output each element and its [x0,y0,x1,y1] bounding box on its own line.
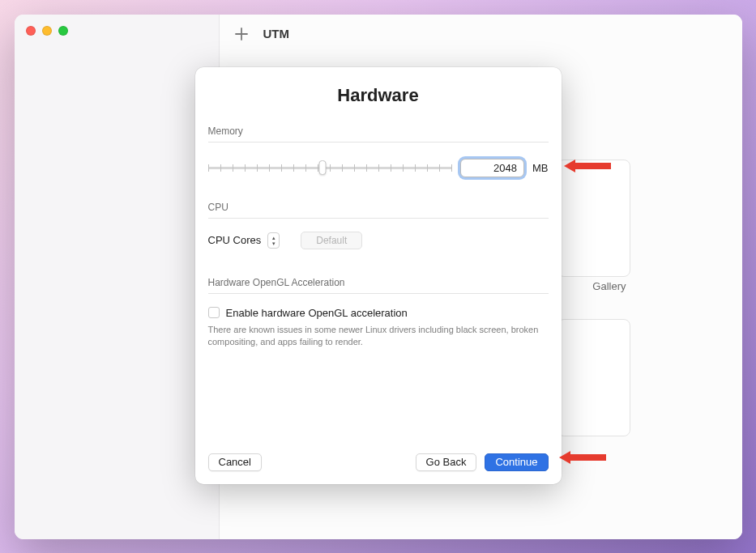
hardware-dialog: Hardware Memory MB CPU [195,67,562,484]
slider-thumb[interactable] [319,160,327,175]
card-secondary [557,319,630,436]
svg-marker-1 [559,451,606,464]
dialog-title: Hardware [195,67,562,121]
opengl-section-label: Hardware OpenGL Acceleration [208,272,549,293]
slider-track [208,167,453,169]
memory-slider[interactable] [208,160,453,176]
cancel-button[interactable]: Cancel [208,453,262,471]
window-controls [15,15,219,47]
app-window: UTM Gallery t Hardware Memory [15,15,742,539]
divider [208,142,549,143]
close-window-button[interactable] [26,26,36,36]
svg-marker-0 [564,160,611,172]
go-back-button[interactable]: Go Back [416,453,477,471]
opengl-hint: There are known issues in some newer Lin… [208,324,549,349]
sidebar [15,15,220,539]
divider [208,293,549,294]
cpu-cores-label: CPU Cores [208,234,262,246]
gallery-card [557,160,630,277]
cpu-row: CPU Cores ▴ ▾ Default [208,230,549,266]
annotation-arrow-continue [559,449,606,466]
chevron-up-icon: ▴ [272,235,275,240]
chevron-down-icon: ▾ [272,240,275,246]
dialog-footer: Cancel Go Back Continue [195,444,562,484]
cpu-section-label: CPU [208,197,549,218]
memory-input[interactable] [460,159,524,177]
toolbar-title: UTM [263,27,290,40]
memory-row: MB [208,154,549,189]
cpu-cores-stepper[interactable]: ▴ ▾ [267,232,280,249]
opengl-checkbox-row: Enable hardware OpenGL acceleration [208,305,549,324]
gallery-label: Gallery [592,280,626,292]
fullscreen-window-button[interactable] [58,26,68,36]
divider [208,218,549,219]
cpu-default-button[interactable]: Default [301,232,362,249]
slider-ticks [208,167,453,169]
opengl-checkbox-label: Enable hardware OpenGL acceleration [226,307,408,319]
opengl-checkbox[interactable] [208,307,220,318]
continue-button[interactable]: Continue [485,453,548,471]
toolbar: UTM [220,15,742,53]
memory-unit: MB [532,162,549,174]
annotation-arrow-memory [564,158,611,174]
dialog-body: Memory MB CPU CPU Cores [195,121,562,444]
minimize-window-button[interactable] [42,26,52,36]
add-icon[interactable] [234,27,249,41]
memory-section-label: Memory [208,121,549,142]
